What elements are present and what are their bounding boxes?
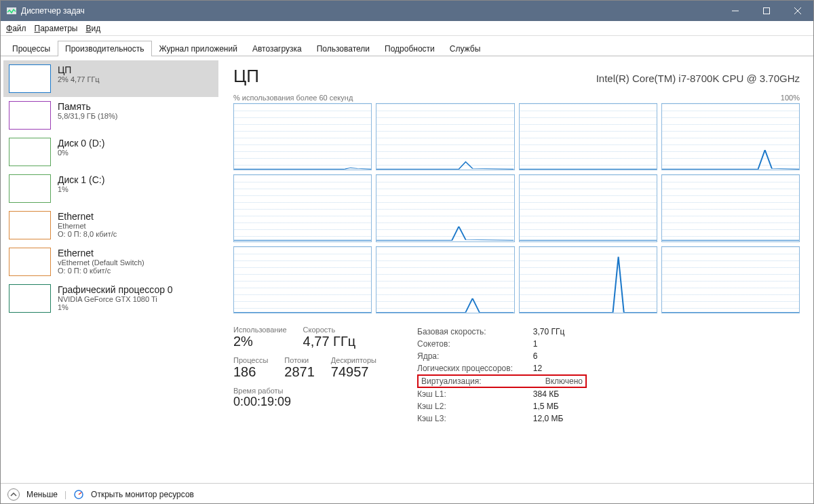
sidebar-item-ethernet1[interactable]: Ethernet vEthernet (Default Switch) О: 0…	[3, 244, 218, 280]
handles-label: Дескрипторы	[331, 356, 376, 364]
sidebar-mem-title: Память	[58, 101, 117, 112]
sidebar-eth1-sub1: vEthernet (Default Switch)	[58, 258, 144, 267]
usage-label: Использование	[233, 326, 287, 334]
sidebar-disk0-sub: 0%	[58, 149, 104, 157]
cpu-core-chart	[661, 103, 800, 170]
sidebar-item-gpu[interactable]: Графический процессор 0 NVIDIA GeForce G…	[3, 280, 218, 317]
cpu-core-chart	[519, 174, 657, 241]
l2-label: Кэш L2:	[417, 400, 533, 412]
virt-value: Включено	[545, 376, 583, 386]
sockets-label: Сокетов:	[417, 338, 533, 350]
stats-area: Использование2% Скорость4,77 ГГц Процесс…	[233, 326, 800, 425]
threads-label: Потоки	[284, 356, 315, 364]
tabstrip: Процессы Производительность Журнал прило…	[1, 36, 813, 56]
sidebar-gpu-sub2: 1%	[58, 303, 173, 311]
processes-label: Процессы	[233, 356, 268, 364]
sidebar-cpu-sub: 2% 4,77 ГГц	[58, 75, 100, 83]
virt-label: Виртуализация:	[421, 376, 482, 386]
l3-value: 12,0 МБ	[533, 412, 587, 425]
sidebar-item-ethernet0[interactable]: Ethernet Ethernet О: 0 П: 8,0 кбит/с	[3, 207, 218, 244]
tab-details[interactable]: Подробности	[377, 41, 442, 56]
titlebar: Диспетчер задач	[1, 1, 813, 21]
minimize-button[interactable]	[720, 1, 751, 21]
content: ЦП 2% 4,77 ГГц Память 5,8/31,9 ГБ (18%) …	[1, 56, 813, 483]
tab-users[interactable]: Пользователи	[309, 41, 377, 56]
cpu-core-chart	[233, 246, 372, 313]
cpu-core-chart	[233, 103, 372, 170]
lprocs-value: 12	[533, 362, 587, 374]
sidebar-item-disk1[interactable]: Диск 1 (C:) 1%	[3, 170, 218, 207]
ethernet-thumb-icon	[9, 248, 51, 276]
tab-startup[interactable]: Автозагрузка	[245, 41, 309, 56]
cpu-thumb-icon	[9, 64, 51, 93]
gpu-thumb-icon	[9, 284, 51, 313]
svg-rect-2	[764, 8, 770, 14]
open-resource-monitor-link[interactable]: Открыть монитор ресурсов	[91, 490, 194, 499]
chart-caption: % использования более 60 секунд	[233, 94, 353, 102]
sidebar-eth1-sub2: О: 0 П: 0 кбит/с	[58, 267, 144, 275]
cpu-core-chart	[233, 174, 372, 241]
tab-performance[interactable]: Производительность	[58, 41, 151, 56]
l2-value: 1,5 МБ	[533, 400, 587, 412]
sidebar: ЦП 2% 4,77 ГГц Память 5,8/31,9 ГБ (18%) …	[1, 56, 221, 483]
fewer-details-icon[interactable]	[7, 488, 20, 501]
sidebar-cpu-title: ЦП	[58, 64, 100, 75]
cpu-chart-grid	[233, 103, 800, 313]
speed-label: Скорость	[303, 326, 356, 334]
memory-thumb-icon	[9, 101, 51, 130]
fewer-details-link[interactable]: Меньше	[26, 490, 58, 499]
close-button[interactable]	[782, 1, 813, 21]
menu-view[interactable]: Вид	[85, 24, 100, 33]
cores-label: Ядра:	[417, 350, 533, 362]
menu-file[interactable]: Файл	[6, 24, 26, 33]
processes-value: 186	[233, 364, 268, 380]
sidebar-gpu-sub1: NVIDIA GeForce GTX 1080 Ti	[58, 295, 173, 303]
page-title: ЦП	[233, 66, 259, 87]
sidebar-eth1-title: Ethernet	[58, 248, 144, 258]
disk-thumb-icon	[9, 174, 51, 203]
ethernet-thumb-icon	[9, 211, 51, 239]
sidebar-item-cpu[interactable]: ЦП 2% 4,77 ГГц	[3, 60, 218, 97]
cpu-core-chart	[519, 246, 657, 313]
sidebar-gpu-title: Графический процессор 0	[58, 284, 173, 295]
sockets-value: 1	[533, 338, 587, 350]
main-panel: ЦП Intel(R) Core(TM) i7-8700K CPU @ 3.70…	[221, 56, 813, 483]
menu-options[interactable]: Параметры	[35, 24, 78, 33]
speed-value: 4,77 ГГц	[303, 334, 356, 349]
cores-value: 6	[533, 350, 587, 362]
l1-value: 384 КБ	[533, 388, 587, 400]
cpu-info-table: Базовая скорость:3,70 ГГц Сокетов:1 Ядра…	[417, 326, 587, 425]
base-speed-value: 3,70 ГГц	[533, 326, 587, 338]
cpu-core-chart	[661, 174, 800, 241]
cpu-model: Intel(R) Core(TM) i7-8700K CPU @ 3.70GHz	[596, 73, 800, 84]
lprocs-label: Логических процессоров:	[417, 362, 533, 374]
sidebar-eth0-title: Ethernet	[58, 211, 117, 222]
cpu-core-chart	[519, 103, 657, 170]
sidebar-disk1-title: Диск 1 (C:)	[58, 174, 104, 185]
l3-label: Кэш L3:	[417, 412, 533, 425]
sidebar-eth0-sub2: О: 0 П: 8,0 кбит/с	[58, 230, 117, 238]
usage-value: 2%	[233, 334, 287, 349]
disk-thumb-icon	[9, 138, 51, 166]
sidebar-disk1-sub: 1%	[58, 185, 104, 193]
maximize-button[interactable]	[751, 1, 782, 21]
window-title: Диспетчер задач	[21, 6, 720, 16]
sidebar-mem-sub: 5,8/31,9 ГБ (18%)	[58, 112, 117, 120]
sidebar-item-memory[interactable]: Память 5,8/31,9 ГБ (18%)	[3, 97, 218, 134]
base-speed-label: Базовая скорость:	[417, 326, 533, 338]
l1-label: Кэш L1:	[417, 388, 533, 400]
tab-services[interactable]: Службы	[442, 41, 488, 56]
sidebar-item-disk0[interactable]: Диск 0 (D:) 0%	[3, 134, 218, 170]
sidebar-eth0-sub1: Ethernet	[58, 222, 117, 230]
cpu-core-chart	[661, 246, 800, 313]
threads-value: 2871	[284, 364, 315, 380]
tab-processes[interactable]: Процессы	[5, 41, 58, 56]
footer: Меньше | Открыть монитор ресурсов	[1, 483, 813, 504]
menubar: Файл Параметры Вид	[1, 21, 813, 36]
app-icon	[6, 5, 17, 16]
tab-apphistory[interactable]: Журнал приложений	[152, 41, 245, 56]
resource-monitor-icon	[73, 489, 84, 500]
cpu-core-chart	[376, 174, 514, 241]
chart-max: 100%	[781, 94, 800, 102]
cpu-core-chart	[376, 103, 514, 170]
